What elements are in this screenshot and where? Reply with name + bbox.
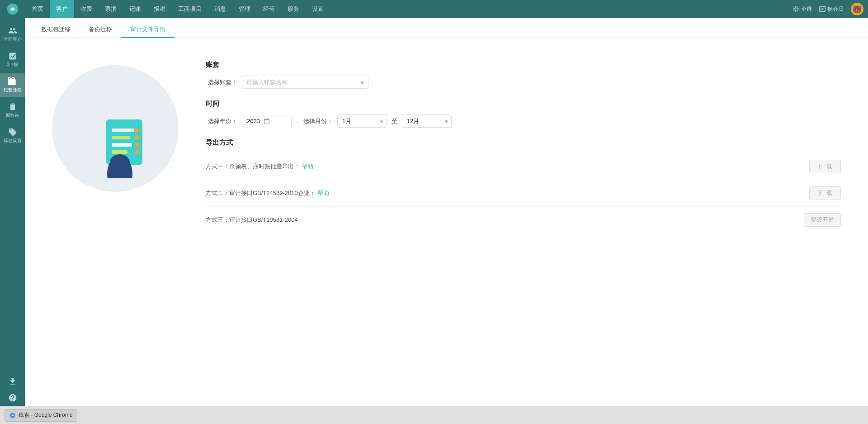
sidebar-item-migrate-label: 账套迁移 xyxy=(4,87,22,93)
sidebar-item-trash-label: 回收站 xyxy=(6,112,19,119)
account-select-wrapper: ▾ 请输入账套名称 xyxy=(242,76,368,89)
illustration-area xyxy=(52,56,179,388)
nav-billing[interactable]: 收费 xyxy=(74,0,99,18)
export-section-title: 导出方式 xyxy=(206,138,841,147)
end-month-wrapper: 1月2月3月4月 5月6月7月8月 9月10月11月12月 ▾ xyxy=(402,114,452,128)
year-label: 选择年份： xyxy=(206,117,237,125)
export-method-2-download-btn[interactable]: 下 载 xyxy=(809,186,841,200)
export-method-1: 方式一：余额表、序时账批量导出： 帮助 下 载 xyxy=(206,153,841,180)
illustration-circle xyxy=(52,65,179,192)
month-label: 选择月份： xyxy=(303,117,333,125)
svg-point-14 xyxy=(135,150,139,154)
export-method-3-label: 方式三：审计接口GB/T19581-2004 xyxy=(206,216,298,224)
sidebar-item-trash[interactable]: 回收站 xyxy=(0,99,25,122)
svg-rect-3 xyxy=(793,10,795,12)
main-layout: 全部客户 0申报 账套迁移 回收站 标签设置 xyxy=(0,18,868,406)
svg-rect-8 xyxy=(112,136,130,139)
svg-rect-9 xyxy=(112,143,132,147)
export-method-3-coming-soon-btn[interactable]: 暂缓开通 xyxy=(804,213,841,227)
time-section: 时间 选择年份： 2023 选择月份： 1月2月3月4月 5月6月7月8月 xyxy=(206,100,841,128)
tab-data-migration[interactable]: 数据包迁移 xyxy=(32,22,80,38)
sidebar-item-tag-settings[interactable]: 标签设置 xyxy=(0,124,25,148)
svg-point-18 xyxy=(12,414,14,416)
time-row: 选择年份： 2023 选择月份： 1月2月3月4月 5月6月7月8月 9月10月… xyxy=(206,114,841,128)
account-section-title: 账套 xyxy=(206,61,841,69)
top-navigation: 首页 客户 收费 票据 记账 报税 工商项目 消息 管理 经营 服务 设置 全屏… xyxy=(0,0,868,18)
form-area: 账套 选择账套： ▾ 请输入账套名称 时间 xyxy=(206,56,841,388)
svg-rect-7 xyxy=(112,129,134,132)
year-value: 2023 xyxy=(247,118,260,124)
nav-invoice[interactable]: 票据 xyxy=(99,0,123,18)
export-method-1-label: 方式一：余额表、序时账批量导出： 帮助 xyxy=(206,162,313,171)
app-logo[interactable] xyxy=(5,1,21,17)
sidebar-item-all-customers-label: 全部客户 xyxy=(4,36,22,43)
account-select-label: 选择账套： xyxy=(206,78,237,86)
sidebar-bottom xyxy=(6,373,19,406)
start-month-select[interactable]: 1月2月3月4月 5月6月7月8月 9月10月11月12月 xyxy=(337,114,387,128)
nav-customer[interactable]: 客户 xyxy=(50,0,74,18)
tab-audit-export[interactable]: 审计文件导出 xyxy=(121,22,175,38)
nav-manage[interactable]: 管理 xyxy=(232,0,257,18)
nav-message[interactable]: 消息 xyxy=(208,0,232,18)
svg-rect-4 xyxy=(797,10,799,12)
page-content: 账套 选择账套： ▾ 请输入账套名称 时间 xyxy=(25,38,868,406)
account-section: 账套 选择账套： ▾ 请输入账套名称 xyxy=(206,61,841,89)
tab-bar: 数据包迁移 备份迁移 审计文件导出 xyxy=(25,18,868,38)
nav-business[interactable]: 工商项目 xyxy=(172,0,208,18)
start-month-wrapper: 1月2月3月4月 5月6月7月8月 9月10月11月12月 ▾ xyxy=(337,114,387,128)
nav-operation[interactable]: 经营 xyxy=(257,0,281,18)
fullscreen-btn[interactable]: 全屏 xyxy=(793,5,812,13)
account-select-row: 选择账套： ▾ 请输入账套名称 xyxy=(206,76,841,89)
svg-rect-10 xyxy=(112,150,127,154)
sidebar: 全部客户 0申报 账套迁移 回收站 标签设置 xyxy=(0,18,25,406)
svg-rect-5 xyxy=(820,6,825,12)
nav-settings[interactable]: 设置 xyxy=(306,0,330,18)
sidebar-item-declaration-label: 0申报 xyxy=(7,62,19,68)
svg-rect-2 xyxy=(797,6,799,8)
sidebar-item-all-customers[interactable]: 全部客户 xyxy=(0,23,25,46)
time-separator: 至 xyxy=(392,117,397,125)
sidebar-item-migrate[interactable]: 账套迁移 xyxy=(0,73,25,97)
sidebar-item-help[interactable] xyxy=(6,390,19,406)
user-avatar[interactable]: 🐻 xyxy=(851,3,863,15)
svg-point-12 xyxy=(135,135,139,140)
export-section: 导出方式 方式一：余额表、序时账批量导出： 帮助 下 载 方式二：审计接口GB/… xyxy=(206,138,841,233)
export-method-2-help[interactable]: 帮助 xyxy=(317,189,329,197)
export-method-2-label: 方式二：审计接口GB/T24589-2010企业： 帮助 xyxy=(206,189,329,197)
nav-items: 首页 客户 收费 票据 记账 报税 工商项目 消息 管理 经营 服务 设置 xyxy=(25,0,793,18)
nav-bookkeeping[interactable]: 记账 xyxy=(123,0,147,18)
nav-home[interactable]: 首页 xyxy=(25,0,50,18)
svg-point-11 xyxy=(135,128,139,133)
export-method-1-download-btn[interactable]: 下 载 xyxy=(809,160,841,173)
member-btn[interactable]: 畅会员 xyxy=(819,5,844,13)
year-input[interactable]: 2023 xyxy=(242,115,292,127)
content-area: 数据包迁移 备份迁移 审计文件导出 xyxy=(25,18,868,406)
top-nav-right: 全屏 畅会员 🐻 xyxy=(793,3,863,15)
svg-point-16 xyxy=(110,154,130,171)
tab-backup-migration[interactable]: 备份迁移 xyxy=(80,22,121,38)
sidebar-item-tag-settings-label: 标签设置 xyxy=(4,138,22,144)
nav-service[interactable]: 服务 xyxy=(281,0,306,18)
export-method-3: 方式三：审计接口GB/T19581-2004 暂缓开通 xyxy=(206,207,841,233)
export-method-1-help[interactable]: 帮助 xyxy=(302,162,313,171)
sidebar-item-declaration[interactable]: 0申报 xyxy=(0,48,25,71)
svg-point-13 xyxy=(135,143,139,147)
end-month-select[interactable]: 1月2月3月4月 5月6月7月8月 9月10月11月12月 xyxy=(402,114,452,128)
svg-rect-1 xyxy=(793,6,795,8)
taskbar-chrome-item[interactable]: 线索 - Google Chrome xyxy=(5,409,77,422)
export-method-2: 方式二：审计接口GB/T24589-2010企业： 帮助 下 载 xyxy=(206,180,841,207)
account-select[interactable] xyxy=(242,76,368,89)
taskbar: 线索 - Google Chrome xyxy=(0,406,868,424)
nav-tax[interactable]: 报税 xyxy=(147,0,172,18)
sidebar-item-download[interactable] xyxy=(6,373,19,390)
time-section-title: 时间 xyxy=(206,100,841,108)
